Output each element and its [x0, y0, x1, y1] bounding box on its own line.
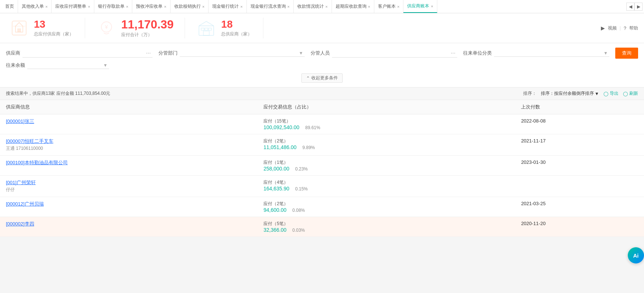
- export-label: 导出: [610, 90, 619, 97]
- nav-tab-customer-account[interactable]: 客户账本 ×: [374, 0, 403, 13]
- nav-tab-bank-deposit[interactable]: 银行存取款单 ×: [94, 0, 132, 13]
- filter-row-1: 供应商 ··· 分管部门 ▼ 分管人员 ··· 往来单位分类 ▼: [6, 48, 638, 59]
- nav-prev-button[interactable]: ◀: [626, 3, 634, 11]
- filter-area: 供应商 ··· 分管部门 ▼ 分管人员 ··· 往来单位分类 ▼: [0, 43, 644, 87]
- category-input[interactable]: [496, 50, 602, 56]
- nav-tab-close[interactable]: ×: [397, 4, 399, 9]
- supplier-link[interactable]: [000007]恒旺二手叉车: [6, 138, 53, 144]
- tx-amount[interactable]: 258,000.00: [263, 166, 289, 172]
- collapse-button[interactable]: ⌃ 收起更多条件: [301, 73, 343, 83]
- table-row: [000012]广州贝瑞应付（2笔）94,600.000.08%2021-03-…: [0, 197, 644, 217]
- tx-amount-row: 94,600.000.08%: [263, 207, 509, 213]
- nav-tab-label: 收款核销执行: [174, 3, 201, 10]
- divider: |: [620, 25, 621, 31]
- tx-percent: 89.61%: [305, 125, 321, 130]
- supplier-link[interactable]: [000100]本特勤油品有限公司: [6, 160, 68, 165]
- svg-text:¥: ¥: [105, 24, 108, 30]
- person-input[interactable]: [333, 50, 451, 56]
- nav-tab-home-label: 首页: [5, 3, 14, 10]
- nav-tab-payable-adjust[interactable]: 应收应付调整单 ×: [52, 0, 94, 13]
- nav-tab-close[interactable]: ×: [45, 4, 48, 9]
- supplier-link[interactable]: [001]广州荣轩: [6, 180, 36, 185]
- supplier-link[interactable]: [000012]广州贝瑞: [6, 201, 44, 207]
- refresh-icon: ◯: [623, 91, 628, 96]
- svg-rect-6: [201, 28, 204, 30]
- tx-amount[interactable]: 94,600.00: [263, 207, 286, 213]
- last-payment-cell: 2020-11-20: [515, 217, 644, 237]
- nav-tab-cash-bank-flow[interactable]: 现金银行流水查询 ×: [247, 0, 294, 13]
- tx-amount[interactable]: 32,366.00: [263, 227, 286, 233]
- category-input-wrap: ▼: [494, 49, 610, 57]
- dept-input-wrap: ▼: [180, 49, 305, 57]
- balance-dropdown-icon[interactable]: ▼: [103, 63, 108, 68]
- nav-tab-home[interactable]: 首页: [1, 0, 18, 13]
- nav-tab-cash-bank-stat[interactable]: 现金银行统计 ×: [209, 0, 246, 13]
- table-row: [000001]张三应付（15笔）100,092,540.0089.61%202…: [0, 114, 644, 134]
- dept-dropdown-icon[interactable]: ▼: [299, 51, 303, 56]
- nav-tab-close[interactable]: ×: [325, 4, 328, 9]
- dept-input[interactable]: [181, 50, 298, 56]
- payable-amount-icon: ¥: [96, 18, 117, 38]
- stat-total-suppliers: 18 总供应商（家）: [185, 18, 263, 38]
- stat-amount-number: 11,170.39: [121, 18, 174, 30]
- category-dropdown-icon[interactable]: ▼: [603, 51, 608, 56]
- filter-collapse: ⌃ 收起更多条件: [6, 72, 638, 84]
- tx-percent: 0.03%: [292, 228, 305, 233]
- help-icon: ?: [624, 25, 626, 31]
- svg-rect-1: [17, 28, 21, 32]
- nav-tab-collect-verify[interactable]: 收款核销执行 ×: [171, 0, 209, 13]
- total-supplier-icon: [196, 18, 217, 38]
- balance-input-wrap: ▼: [27, 62, 109, 69]
- supplier-link[interactable]: [000001]张三: [6, 118, 34, 124]
- person-dots-icon[interactable]: ···: [451, 50, 455, 56]
- nav-tab-label: 银行存取款单: [98, 3, 125, 10]
- supplier-input[interactable]: [24, 50, 146, 56]
- video-link[interactable]: 视频: [608, 25, 617, 31]
- export-button[interactable]: ◯ 导出: [603, 90, 619, 97]
- refresh-label: 刷新: [629, 90, 638, 97]
- nav-tab-close[interactable]: ×: [126, 4, 128, 9]
- tx-amount-row: 164,635.900.15%: [263, 186, 509, 192]
- supplier-dots-icon[interactable]: ···: [146, 50, 151, 56]
- stat-payable-label: 总应付供应商（家）: [34, 31, 74, 37]
- nav-tab-label: 客户账本: [378, 3, 396, 10]
- table-row: [001]广州荣轩仔仔应付（4笔）164,635.900.15%: [0, 176, 644, 197]
- nav-tab-supplier-account[interactable]: 供应商账本 ×: [403, 0, 437, 13]
- supplier-link[interactable]: [000002]李四: [6, 221, 34, 227]
- nav-tab-overdue-collect[interactable]: 超期应收款查询 ×: [332, 0, 374, 13]
- svg-rect-0: [12, 21, 26, 35]
- tx-amount[interactable]: 100,092,540.00: [263, 124, 299, 130]
- stat-payable-text: 13 总应付供应商（家）: [34, 19, 74, 37]
- stat-amount-label: 应付合计（万）: [121, 32, 174, 38]
- stat-total-text: 18 总供应商（家）: [221, 19, 252, 37]
- refresh-button[interactable]: ◯ 刷新: [623, 90, 638, 97]
- person-input-wrap: ···: [332, 49, 457, 58]
- sort-select[interactable]: 排序：按应付余额倒序排序 ▼: [541, 90, 599, 97]
- svg-rect-9: [203, 31, 209, 35]
- query-button[interactable]: 查询: [615, 48, 638, 59]
- nav-tab-close[interactable]: ×: [202, 4, 204, 9]
- collapse-label: 收起更多条件: [311, 75, 338, 81]
- th-tx-info: 应付交易信息（占比）: [258, 100, 515, 114]
- sort-dropdown-icon: ▼: [595, 91, 599, 96]
- nav-tab-close[interactable]: ×: [287, 4, 290, 9]
- tx-amount[interactable]: 11,051,486.00: [263, 144, 297, 150]
- tx-amount-row: 258,000.000.23%: [263, 166, 509, 172]
- nav-tab-collect-stat[interactable]: 收款情况统计 ×: [294, 0, 332, 13]
- table-scroll[interactable]: 供应商信息 应付交易信息（占比） 上次付数 [000001]张三应付（15笔）1…: [0, 100, 644, 237]
- balance-label: 往来余额: [6, 62, 25, 69]
- table-row: [000100]本特勤油品有限公司应付（1笔）258,000.000.23%20…: [0, 156, 644, 176]
- nav-next-button[interactable]: ▶: [634, 3, 643, 11]
- nav-tab-advance-collect[interactable]: 预收冲应收单 ×: [132, 0, 170, 13]
- nav-tab-close[interactable]: ×: [164, 4, 166, 9]
- help-link[interactable]: 帮助: [629, 25, 638, 31]
- nav-tab-close[interactable]: ×: [88, 4, 90, 9]
- nav-tab-close[interactable]: ×: [240, 4, 242, 9]
- nav-tab-close[interactable]: ×: [431, 4, 433, 8]
- th-last-payment: 上次付数: [515, 100, 644, 114]
- tx-amount[interactable]: 164,635.90: [263, 186, 289, 192]
- balance-input[interactable]: [29, 62, 102, 68]
- nav-tab-close[interactable]: ×: [368, 4, 370, 9]
- filter-row-2: 往来余额 ▼: [6, 62, 638, 69]
- nav-tab-other-income[interactable]: 其他收入单 ×: [18, 0, 52, 13]
